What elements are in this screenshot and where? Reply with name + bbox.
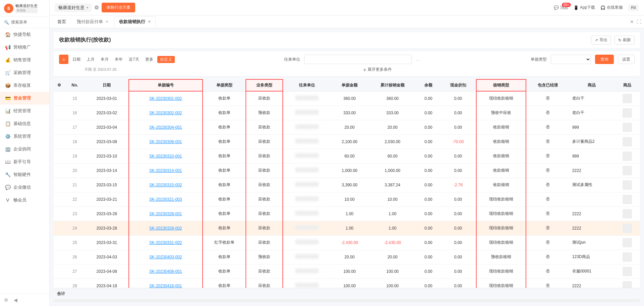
th-cancel-type: 核销类型 (476, 79, 526, 91)
prepay-tab-close-icon[interactable]: ✕ (106, 20, 108, 23)
partner-filter-input[interactable] (304, 55, 412, 64)
cell-doc-type: 收款单 (203, 264, 246, 279)
cell-biz-type: 预收款 (246, 250, 283, 264)
cell-amount: 2,100.00 (331, 134, 368, 149)
service-button[interactable]: 🎧 在线客服 (600, 5, 623, 10)
finance-icon: 💳 (5, 95, 11, 101)
cell-product2 (614, 192, 640, 206)
refresh-button[interactable]: ↻ 刷新 (614, 36, 635, 45)
date-opt-this-year[interactable]: 本年 (113, 56, 125, 63)
collapse-icon[interactable]: ◀ (14, 297, 17, 303)
cell-amount: 1.00 (331, 221, 368, 235)
cell-doc-no: SK-20230302-002 (129, 106, 203, 120)
sidebar-item-enterprise[interactable]: 🏢 企业协同 (0, 143, 49, 156)
table-row[interactable]: 262023-04-03SK-20230403-002收款单预收款20.0020… (54, 250, 640, 264)
sidebar-item-operation[interactable]: 📊 经营管理 (0, 105, 49, 117)
message-button[interactable]: 💬 消息 99+ (554, 5, 568, 10)
cell-product2 (614, 163, 640, 178)
table-row[interactable]: 182023-03-08SK-20230308-001收款单应收款2,100.0… (54, 134, 640, 149)
sidebar-item-basic[interactable]: 📋 基础信息 (0, 117, 49, 130)
cell-amount: 100.00 (331, 279, 368, 288)
table-row[interactable]: 152023-03-01SK-20230301-002收款单应收款360.003… (54, 91, 640, 106)
settings-bottom-icon[interactable]: ⚙ (4, 297, 8, 303)
filter-expand-button[interactable]: » (59, 55, 68, 64)
table-row[interactable]: 172023-03-04SK-20230304-001收款单应收款20.0020… (54, 120, 640, 134)
cell-cancel-type: 收款核销 (476, 149, 526, 163)
solution-button[interactable]: 体验行业方案 (102, 3, 135, 12)
cell-checkbox (54, 235, 64, 250)
table-wrap[interactable]: ⚙ No. 日期 单据编号 单据类型 业务类型 往来单位 单据金额 累计核销金额… (54, 79, 640, 288)
cell-checkbox (54, 250, 64, 264)
cell-partner (283, 279, 331, 288)
date-opt-more[interactable]: 更多 (143, 56, 155, 63)
cell-cancel-type: 现结收款核销 (476, 235, 526, 250)
cell-cancel-type: 收款核销 (476, 120, 526, 134)
partner-more-icon[interactable]: ... (416, 57, 421, 62)
export-icon: ↗ (595, 38, 598, 43)
tab-restore-icon[interactable]: ⛶ (637, 19, 641, 24)
cell-include-settled: 否 (526, 91, 569, 106)
sidebar-item-purchase[interactable]: 🛒 采购管理 (0, 66, 49, 79)
sidebar-item-sales[interactable]: 💰 销售管理 (0, 54, 49, 66)
user-avatar[interactable]: Rit (628, 4, 639, 11)
sidebar-item-quick-nav[interactable]: 🏠 快捷导航 (0, 28, 49, 41)
query-button[interactable]: 查询 (595, 55, 614, 64)
tab-home[interactable]: 首页 (52, 16, 71, 27)
app-download-button[interactable]: 📱 App下载 (574, 5, 595, 10)
sidebar-item-wechat[interactable]: 💬 企业微信 (0, 181, 49, 194)
sidebar-item-marketing[interactable]: 📢 营销推广 (0, 41, 49, 54)
cell-doc-no: SK-20230328-002 (129, 221, 203, 235)
topbar-gear-icon[interactable]: ⚙ (94, 4, 99, 11)
table-row[interactable]: 222023-03-21SK-20230321-003收款单应收款10.0010… (54, 192, 640, 206)
date-opt-this-month[interactable]: 本月 (99, 56, 111, 63)
cell-biz-type: 应收款 (246, 279, 283, 288)
date-opt-7days[interactable]: 近7天 (127, 56, 141, 63)
table-row[interactable]: 242023-03-28SK-20230328-002收款单应收款1.001.0… (54, 221, 640, 235)
cell-doc-type: 收款单 (203, 279, 246, 288)
sidebar-item-member[interactable]: V 畅会员 (0, 194, 49, 206)
cell-doc-type: 红字收款单 (203, 235, 246, 250)
table-row[interactable]: 282023-04-18SK-20230418-001收款单应收款100.001… (54, 279, 640, 288)
horizontal-scrollbar[interactable] (54, 299, 640, 302)
cell-cancel-amount: 1.00 (368, 221, 417, 235)
sidebar-item-guide[interactable]: 📖 新手引导 (0, 156, 49, 168)
phone-icon: 📱 (574, 5, 579, 10)
table-row[interactable]: 162023-03-02SK-20230302-002收款单预收款333.003… (54, 106, 640, 120)
date-opt-custom[interactable]: 自定义 (157, 56, 175, 63)
tab-close-all-icon[interactable]: ✕ (630, 19, 634, 24)
receipt-tab-close-icon[interactable]: ✕ (148, 20, 151, 23)
sidebar-item-smart[interactable]: 🔧 智能硬件 (0, 168, 49, 181)
sidebar-search[interactable]: 🔍 搜索菜单 (0, 17, 49, 28)
sidebar-item-inventory[interactable]: 📦 库存核算 (0, 79, 49, 92)
cell-no: 15 (64, 91, 85, 106)
tab-prepay[interactable]: 预付款应付单 ✕ (72, 16, 113, 27)
cell-no: 18 (64, 134, 85, 149)
cell-partner (283, 264, 331, 279)
table-row[interactable]: 192023-03-10SK-20230310-001收款单应收款60.0060… (54, 149, 640, 163)
nav-label: 新手引导 (13, 159, 31, 165)
sidebar-item-finance[interactable]: 💳 资金管理 (0, 92, 49, 105)
table-row[interactable]: 212023-03-15SK-20230315-002收款单应收款3,390.0… (54, 178, 640, 192)
table-row[interactable]: 232023-03-28SK-20230328-001收款单应收款1.001.0… (54, 206, 640, 221)
settings-button[interactable]: 设置 (618, 55, 635, 64)
cell-doc-type: 收款单 (203, 149, 246, 163)
export-button[interactable]: ↗ 导出 (591, 36, 611, 45)
cell-date: 2023-03-14 (85, 163, 129, 178)
table-row[interactable]: 272023-04-08SK-20230408-001收款单应收款100.001… (54, 264, 640, 279)
sidebar-item-system[interactable]: ⚙️ 系统管理 (0, 130, 49, 143)
th-settings[interactable]: ⚙ (54, 79, 64, 91)
doc-type-select[interactable] (551, 55, 591, 64)
date-opt-last-month[interactable]: 上月 (85, 56, 97, 63)
cell-cancel-amount: 3,387.24 (368, 178, 417, 192)
workspace-name[interactable]: 畅康道好生意 ▾ (55, 3, 92, 12)
nav-label: 营销推广 (13, 44, 31, 50)
cell-include-settled: 否 (526, 120, 569, 134)
expand-more-button[interactable]: ∨ 展开更多条件 (363, 67, 392, 72)
cell-doc-type: 收款单 (203, 250, 246, 264)
filter-bar: » 日期 上月 本月 本年 近7天 更多 自定义 往来单位 ... 单据类型 (54, 51, 640, 76)
tab-receipt-exec[interactable]: 收款核销执行 ✕ (114, 16, 156, 27)
table-row[interactable]: 252023-03-31SK-20230331-002红字收款单应收款-2,43… (54, 235, 640, 250)
table-row[interactable]: 202023-03-14SK-20230314-001收款单应收款1,000.0… (54, 163, 640, 178)
cell-date: 2023-03-10 (85, 149, 129, 163)
tabbar: 首页 预付款应付单 ✕ 收款核销执行 ✕ ✕ ⛶ (50, 15, 644, 28)
